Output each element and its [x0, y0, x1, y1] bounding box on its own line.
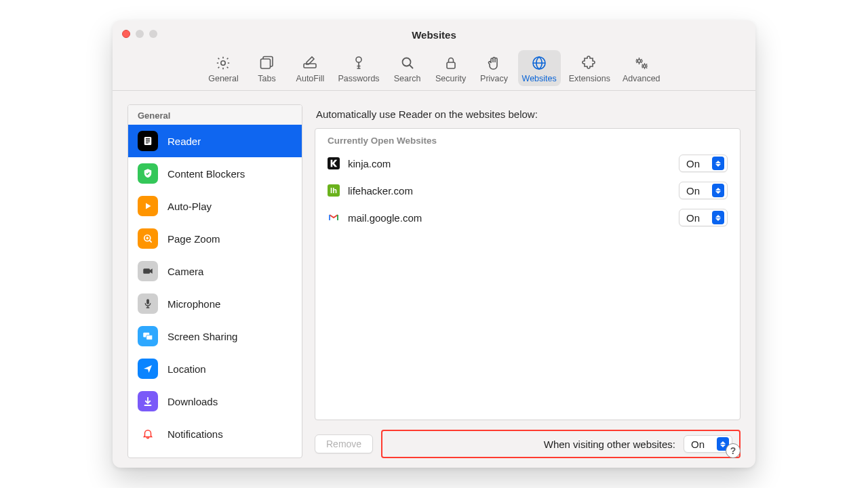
svg-rect-15 — [143, 268, 150, 274]
close-window-button[interactable] — [122, 30, 130, 38]
svg-point-3 — [356, 57, 361, 62]
reader-select[interactable]: On — [679, 209, 728, 226]
svg-point-0 — [221, 61, 225, 65]
reader-select[interactable]: On — [679, 182, 728, 199]
sidebar-item-label: Content Blockers — [167, 168, 245, 180]
key-icon — [350, 54, 368, 72]
sidebar-item-label: Microphone — [167, 298, 220, 310]
microphone-icon — [138, 293, 158, 314]
zoom-window-button[interactable] — [149, 30, 157, 38]
tab-tabs[interactable]: Tabs — [247, 50, 286, 86]
website-domain: mail.google.com — [348, 212, 671, 224]
tab-label: General — [208, 74, 238, 83]
svg-rect-2 — [304, 64, 316, 68]
sidebar-item-label: Location — [167, 363, 206, 375]
tab-label: Tabs — [258, 74, 275, 83]
magnifier-icon — [399, 54, 416, 72]
svg-rect-1 — [261, 59, 271, 68]
sidebar-item-label: Camera — [167, 266, 203, 277]
sidebar-item-auto-play[interactable]: Auto-Play — [128, 190, 302, 222]
tab-label: Extensions — [569, 74, 610, 83]
tab-label: Search — [394, 74, 421, 83]
sidebar-item-camera[interactable]: Camera — [128, 255, 302, 287]
stepper-icon — [712, 157, 724, 170]
sidebar-item-notifications[interactable]: Notifications — [128, 418, 302, 450]
select-value: On — [686, 158, 708, 169]
gears-icon — [633, 54, 650, 72]
svg-rect-11 — [146, 140, 150, 141]
category-sidebar: General Reader Content Blockers Auto-Pla… — [127, 104, 302, 458]
sidebar-item-reader[interactable]: Reader — [128, 125, 302, 157]
svg-point-4 — [402, 58, 410, 66]
svg-rect-9 — [144, 137, 152, 145]
titlebar: Websites — [113, 20, 755, 49]
website-domain: kinja.com — [348, 158, 671, 169]
sidebar-item-label: Screen Sharing — [167, 331, 237, 342]
website-row[interactable]: lh lifehacker.com On — [315, 177, 740, 204]
tab-security[interactable]: Security — [431, 50, 471, 86]
tab-autofill[interactable]: AutoFill — [290, 50, 330, 86]
svg-rect-5 — [447, 62, 455, 68]
shield-check-icon — [138, 163, 158, 184]
tab-passwords[interactable]: Passwords — [334, 50, 383, 86]
svg-point-7 — [637, 60, 640, 62]
tabs-icon — [258, 54, 275, 72]
tab-extensions[interactable]: Extensions — [565, 50, 614, 86]
pencil-field-icon — [301, 54, 319, 72]
sidebar-item-location[interactable]: Location — [128, 352, 302, 385]
hand-icon — [486, 54, 503, 72]
svg-rect-16 — [146, 299, 149, 304]
minimize-window-button[interactable] — [136, 30, 144, 38]
lock-icon — [442, 54, 460, 72]
zoom-icon — [138, 228, 158, 249]
website-row[interactable]: mail.google.com On — [315, 204, 740, 231]
help-symbol: ? — [730, 445, 736, 456]
website-domain: lifehacker.com — [348, 185, 671, 197]
sidebar-item-label: Downloads — [167, 396, 218, 407]
svg-rect-18 — [146, 336, 153, 340]
default-setting-box: When visiting other websites: On — [381, 430, 741, 458]
sidebar-item-label: Page Zoom — [167, 233, 220, 245]
website-row[interactable]: kinja.com On — [315, 150, 740, 177]
tab-general[interactable]: General — [203, 50, 243, 86]
main-panel: Automatically use Reader on the websites… — [315, 104, 741, 458]
tab-advanced[interactable]: Advanced — [618, 50, 665, 86]
play-icon — [138, 196, 158, 216]
svg-rect-10 — [146, 138, 150, 139]
svg-point-8 — [643, 65, 646, 68]
tab-label: Advanced — [623, 74, 660, 83]
svg-rect-13 — [146, 143, 149, 144]
favicon-gmail — [328, 211, 340, 224]
tab-privacy[interactable]: Privacy — [475, 50, 514, 86]
tab-label: AutoFill — [296, 74, 325, 83]
default-setting-label: When visiting other websites: — [544, 439, 675, 450]
sidebar-item-content-blockers[interactable]: Content Blockers — [128, 157, 302, 190]
reader-select[interactable]: On — [679, 155, 728, 172]
remove-button[interactable]: Remove — [315, 434, 373, 453]
tab-label: Security — [435, 74, 466, 83]
bell-icon — [138, 424, 158, 444]
select-value: On — [686, 185, 708, 197]
sidebar-item-label: Auto-Play — [167, 201, 212, 212]
gear-icon — [214, 54, 232, 72]
tab-search[interactable]: Search — [388, 50, 427, 86]
sidebar-item-page-zoom[interactable]: Page Zoom — [128, 222, 302, 255]
stepper-icon — [712, 211, 724, 224]
content-area: General Reader Content Blockers Auto-Pla… — [113, 91, 755, 468]
sidebar-item-downloads[interactable]: Downloads — [128, 385, 302, 418]
camera-icon — [138, 261, 158, 281]
preferences-window: Websites General Tabs AutoFill Passwor — [113, 20, 755, 468]
favicon-kinja — [328, 157, 340, 169]
puzzle-icon — [580, 54, 598, 72]
location-arrow-icon — [138, 359, 158, 379]
sidebar-item-label: Reader — [167, 136, 201, 147]
footer-controls: Remove When visiting other websites: On — [315, 420, 741, 458]
list-section-title: Currently Open Websites — [315, 129, 740, 150]
svg-rect-12 — [146, 142, 150, 142]
websites-list: Currently Open Websites kinja.com On lh … — [315, 128, 741, 420]
sidebar-item-screen-sharing[interactable]: Screen Sharing — [128, 320, 302, 352]
tab-websites[interactable]: Websites — [518, 50, 561, 86]
sidebar-item-microphone[interactable]: Microphone — [128, 287, 302, 320]
help-button[interactable]: ? — [726, 443, 741, 458]
download-arrow-icon — [138, 391, 158, 411]
